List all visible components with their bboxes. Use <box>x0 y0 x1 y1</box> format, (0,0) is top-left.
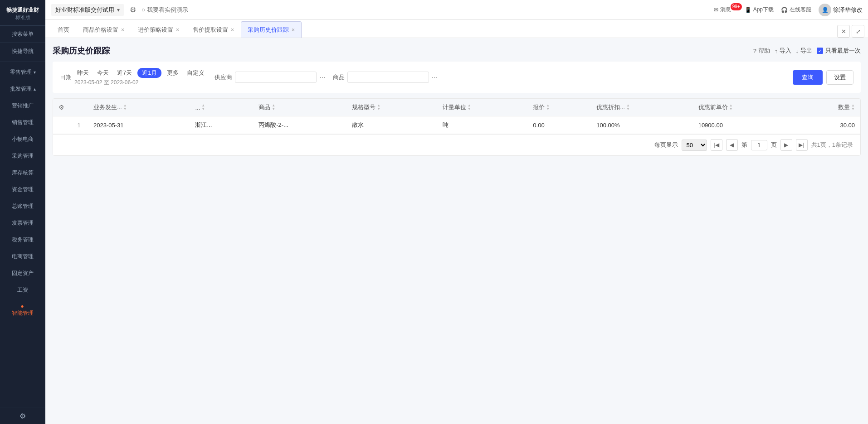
logo-text: 畅捷通好业财 <box>4 6 42 14</box>
cell-unit: 吨 <box>437 116 528 134</box>
date-opt-last1m[interactable]: 近1月 <box>137 68 161 78</box>
topbar-settings-icon[interactable]: ⚙ <box>128 4 138 16</box>
sidebar-item-ecommerce[interactable]: 电商管理 <box>0 248 45 265</box>
sidebar-item-sales[interactable]: 销售管理 <box>0 114 45 131</box>
tab-purchase-history[interactable]: 采购历史价跟踪 × <box>241 21 302 38</box>
table-header-row: ⚙ 业务发生... ▲▼ ... ▲▼ <box>53 99 860 116</box>
sidebar-item-invoice[interactable]: 发票管理 <box>0 215 45 231</box>
col-unit[interactable]: 计量单位 ▲▼ <box>437 99 528 116</box>
date-opt-today[interactable]: 今天 <box>94 68 112 78</box>
app-download-button[interactable]: 📱 App下载 <box>745 6 774 14</box>
sidebar-item-ecommerce-small[interactable]: 小畅电商 <box>0 131 45 148</box>
sort-arrows-spec: ▲▼ <box>377 104 380 111</box>
version-selector[interactable]: 好业财标准版交付试用 ▾ <box>51 4 124 16</box>
export-button[interactable]: ↓ 导出 <box>796 47 813 55</box>
page-first-btn[interactable]: |◀ <box>711 139 722 151</box>
col-supplier[interactable]: 商品 ▲▼ <box>253 99 346 116</box>
cell-no: 1 <box>70 116 88 134</box>
supplier-input[interactable] <box>235 72 317 83</box>
product-input[interactable] <box>347 72 429 83</box>
help-button[interactable]: ? 帮助 <box>753 47 770 55</box>
tab-bar-actions: ✕ ⤢ <box>837 25 868 38</box>
supplier-dots[interactable]: ··· <box>319 73 325 82</box>
import-button[interactable]: ↑ 导入 <box>775 47 791 55</box>
col-spec[interactable]: 规格型号 ▲▼ <box>346 99 437 116</box>
product-dots[interactable]: ··· <box>432 73 438 82</box>
page-last-btn[interactable]: ▶| <box>796 139 808 151</box>
page-next-btn[interactable]: ▶ <box>780 139 792 151</box>
pagination-bar: 每页显示 50 10 20 100 |◀ ◀ 第 页 ▶ ▶| 共1页，1条记录 <box>53 134 860 155</box>
col-pre-discount[interactable]: 优惠前单价 ▲▼ <box>693 99 797 116</box>
filter-area: 日期 昨天 今天 近7天 近1月 更多 自定义 2023-05-02 至 202… <box>53 62 861 93</box>
filter-date-col: 昨天 今天 近7天 近1月 更多 自定义 2023-05-02 至 2023-0… <box>74 68 207 87</box>
tab-price-close[interactable]: × <box>121 27 124 33</box>
page-prev-btn[interactable]: ◀ <box>726 139 738 151</box>
tab-strategy-close[interactable]: × <box>176 27 179 33</box>
per-page-select[interactable]: 50 10 20 100 <box>682 140 707 151</box>
sidebar-item-ledger[interactable]: 总账管理 <box>0 198 45 215</box>
supplier-filter-label: 供应商 <box>215 73 232 82</box>
page-input[interactable] <box>751 140 767 150</box>
col-dots[interactable]: ... ▲▼ <box>190 99 253 116</box>
sidebar-item-tax[interactable]: 税务管理 <box>0 231 45 248</box>
sidebar-settings-icon[interactable]: ⚙ <box>20 412 26 420</box>
user-menu[interactable]: 👤 徐泽华修改 <box>819 4 863 16</box>
sidebar-quick-nav[interactable]: 快捷导航 <box>0 43 45 60</box>
settings-button[interactable]: 设置 <box>826 70 853 85</box>
top-bar: 好业财标准版交付试用 ▾ ⚙ ○ 我要看实例演示 ✉ 消息 99+ 📱 App下… <box>45 0 868 20</box>
col-spec-label: 规格型号 <box>352 103 375 111</box>
col-price[interactable]: 报价 ▲▼ <box>527 99 591 116</box>
export-icon: ↓ <box>796 48 799 54</box>
demo-link[interactable]: ○ 我要看实例演示 <box>141 6 188 14</box>
sidebar-item-sales-label: 销售管理 <box>12 119 34 126</box>
sidebar-item-assets[interactable]: 固定资产 <box>0 265 45 282</box>
col-quantity[interactable]: 数量 ▲▼ <box>797 99 860 116</box>
sidebar-item-retail[interactable]: 零售管理 ▾ <box>0 64 45 81</box>
tab-purchase-history-close[interactable]: × <box>292 27 295 33</box>
sidebar-item-purchase[interactable]: 采购管理 <box>0 148 45 164</box>
cell-quantity: 30.00 <box>797 116 860 134</box>
demo-icon: ○ <box>141 6 145 13</box>
help-icon: ? <box>753 48 756 54</box>
chevron-down-icon: ▾ <box>34 70 36 75</box>
sidebar-item-wholesale[interactable]: 批发管理 ▴ <box>0 81 45 97</box>
sidebar-item-smart[interactable]: ● 智能管理 <box>0 299 45 322</box>
table-gear-icon[interactable]: ⚙ <box>59 104 64 111</box>
query-button[interactable]: 查询 <box>793 70 823 85</box>
sidebar-item-finance-label: 资金管理 <box>12 186 34 193</box>
tab-close-btn[interactable]: ✕ <box>837 25 850 38</box>
page-label: 第 <box>741 141 747 149</box>
date-opt-last7[interactable]: 近7天 <box>114 68 135 78</box>
date-filter-options: 昨天 今天 近7天 近1月 更多 自定义 <box>74 68 207 78</box>
sidebar-logo: 畅捷通好业财 标准版 <box>0 0 45 26</box>
help-label: 帮助 <box>758 47 770 55</box>
tab-strategy[interactable]: 进价策略设置 × <box>131 21 186 38</box>
sidebar-item-finance[interactable]: 资金管理 <box>0 181 45 198</box>
sidebar-search-label: 搜索菜单 <box>4 30 42 38</box>
tab-sale-price-close[interactable]: × <box>231 27 234 33</box>
date-opt-yesterday[interactable]: 昨天 <box>74 68 92 78</box>
sidebar-search[interactable]: 搜索菜单 <box>0 26 45 43</box>
online-service-button[interactable]: 🎧 在线客服 <box>781 6 811 14</box>
col-date[interactable]: 业务发生... ▲▼ <box>88 99 190 116</box>
product-filter-label: 商品 <box>333 73 345 82</box>
tab-sale-price[interactable]: 售价提取设置 × <box>186 21 241 38</box>
tab-price[interactable]: 商品价格设置 × <box>76 21 131 38</box>
sidebar-item-purchase-label: 采购管理 <box>12 152 34 160</box>
tab-maximize-btn[interactable]: ⤢ <box>852 25 864 38</box>
page-suffix: 页 <box>771 141 777 149</box>
tab-home[interactable]: 首页 <box>51 21 76 38</box>
sidebar-bottom: ⚙ <box>0 408 45 424</box>
sidebar-item-ledger-label: 总账管理 <box>12 202 34 210</box>
only-last-checkbox[interactable]: ✓ 只看最后一次 <box>817 47 861 55</box>
col-discount[interactable]: 优惠折扣... ▲▼ <box>591 99 692 116</box>
sidebar-item-marketing[interactable]: 营销推广 <box>0 97 45 114</box>
sidebar-item-retail-label: 零售管理 <box>10 68 32 76</box>
sidebar-item-inventory[interactable]: 库存核算 <box>0 164 45 181</box>
date-opt-more[interactable]: 更多 <box>164 68 181 78</box>
message-button[interactable]: ✉ 消息 99+ <box>714 6 737 14</box>
date-opt-custom[interactable]: 自定义 <box>184 68 207 78</box>
main-area: 好业财标准版交付试用 ▾ ⚙ ○ 我要看实例演示 ✉ 消息 99+ 📱 App下… <box>45 0 868 424</box>
sidebar-item-salary[interactable]: 工资 <box>0 282 45 299</box>
col-unit-label: 计量单位 <box>443 103 466 111</box>
